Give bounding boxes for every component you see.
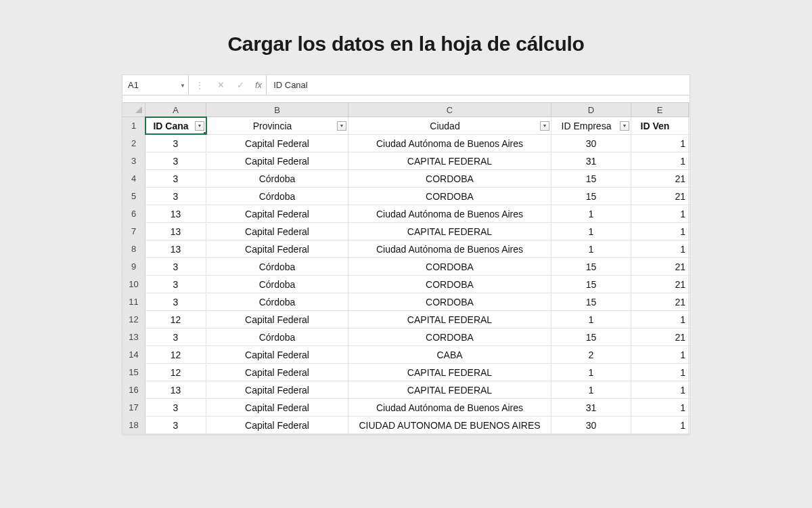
cell[interactable]: Córdoba xyxy=(206,170,348,187)
cell[interactable]: 21 xyxy=(631,188,689,205)
cell[interactable]: 3 xyxy=(145,135,206,152)
filter-button-C[interactable]: ▼ xyxy=(540,121,549,131)
cell[interactable]: 1 xyxy=(551,311,631,328)
cell[interactable]: CORDOBA xyxy=(348,258,551,275)
cell[interactable]: 1 xyxy=(631,135,689,152)
cell[interactable]: CAPITAL FEDERAL xyxy=(348,311,551,328)
cell[interactable]: 1 xyxy=(631,346,689,363)
cell[interactable]: 21 xyxy=(631,258,689,275)
cell[interactable]: 31 xyxy=(551,152,631,169)
filter-button-B[interactable]: ▼ xyxy=(337,121,346,131)
cell[interactable]: 13 xyxy=(145,205,206,222)
cell[interactable]: CORDOBA xyxy=(348,188,551,205)
cell[interactable]: 1 xyxy=(631,381,689,398)
row-header[interactable]: 7 xyxy=(122,223,145,240)
cell[interactable]: 1 xyxy=(551,205,631,222)
cell[interactable]: Córdoba xyxy=(206,258,348,275)
cell[interactable]: 15 xyxy=(551,188,631,205)
cell[interactable]: CABA xyxy=(348,346,551,363)
cell[interactable]: CORDOBA xyxy=(348,170,551,187)
cell-E1[interactable]: ID Ven xyxy=(631,117,689,134)
cell[interactable]: Capital Federal xyxy=(206,399,348,416)
cell[interactable]: 1 xyxy=(631,311,689,328)
cell[interactable]: 3 xyxy=(145,152,206,169)
cell[interactable]: 31 xyxy=(551,399,631,416)
cell[interactable]: 1 xyxy=(551,223,631,240)
cell[interactable]: Capital Federal xyxy=(206,240,348,257)
cell[interactable]: 15 xyxy=(551,329,631,345)
cell[interactable]: 21 xyxy=(631,276,689,293)
cell[interactable]: 12 xyxy=(145,346,206,363)
row-header[interactable]: 9 xyxy=(122,258,145,275)
cell[interactable]: Córdoba xyxy=(206,329,348,345)
cell[interactable]: 1 xyxy=(631,152,689,169)
column-header-C[interactable]: C xyxy=(348,103,551,117)
drag-handle-icon[interactable]: ⋮ xyxy=(193,81,206,90)
row-header[interactable]: 4 xyxy=(122,170,145,187)
cell[interactable]: 1 xyxy=(631,364,689,381)
cell[interactable]: 3 xyxy=(145,276,206,293)
row-header[interactable]: 12 xyxy=(122,311,145,328)
cell[interactable]: 3 xyxy=(145,417,206,433)
cell[interactable]: CORDOBA xyxy=(348,329,551,345)
cell[interactable]: 1 xyxy=(631,417,689,433)
cell[interactable]: CAPITAL FEDERAL xyxy=(348,152,551,169)
row-header[interactable]: 6 xyxy=(122,205,145,222)
cell[interactable]: 21 xyxy=(631,329,689,345)
insert-function-button[interactable]: fx xyxy=(255,80,262,90)
filter-button-A[interactable]: ▼ xyxy=(195,121,204,131)
cell[interactable]: Capital Federal xyxy=(206,223,348,240)
cell[interactable]: Capital Federal xyxy=(206,152,348,169)
cell[interactable]: Capital Federal xyxy=(206,311,348,328)
cell[interactable]: 3 xyxy=(145,293,206,310)
chevron-down-icon[interactable]: ▼ xyxy=(180,82,185,88)
cell-D1[interactable]: ID Empresa ▼ xyxy=(551,117,631,134)
cell[interactable]: Córdoba xyxy=(206,188,348,205)
cell-B1[interactable]: Provincia ▼ xyxy=(206,117,348,134)
cancel-formula-button[interactable]: ✕ xyxy=(216,80,226,90)
cell[interactable]: 1 xyxy=(631,223,689,240)
cell[interactable]: 15 xyxy=(551,276,631,293)
row-header[interactable]: 3 xyxy=(122,152,145,169)
cell[interactable]: 13 xyxy=(145,381,206,398)
cell[interactable]: 1 xyxy=(551,240,631,257)
cell[interactable]: Ciudad Autónoma de Buenos Aires xyxy=(348,135,551,152)
cell[interactable]: 15 xyxy=(551,258,631,275)
cell[interactable]: Córdoba xyxy=(206,276,348,293)
row-header[interactable]: 5 xyxy=(122,188,145,205)
select-all-corner[interactable] xyxy=(122,103,145,117)
cell[interactable]: 21 xyxy=(631,170,689,187)
column-header-E[interactable]: E xyxy=(631,103,689,117)
filter-button-D[interactable]: ▼ xyxy=(620,121,629,131)
cell[interactable]: Ciudad Autónoma de Buenos Aires xyxy=(348,240,551,257)
cell[interactable]: 13 xyxy=(145,223,206,240)
cell[interactable]: 3 xyxy=(145,399,206,416)
confirm-formula-button[interactable]: ✓ xyxy=(235,80,246,90)
cell[interactable]: 1 xyxy=(551,364,631,381)
cell[interactable]: 3 xyxy=(145,170,206,187)
cell[interactable]: 1 xyxy=(631,240,689,257)
cell-A1[interactable]: ID Cana ▼ xyxy=(145,117,206,134)
cell[interactable]: 12 xyxy=(145,364,206,381)
row-header[interactable]: 8 xyxy=(122,240,145,257)
cell[interactable]: 12 xyxy=(145,311,206,328)
cell[interactable]: Capital Federal xyxy=(206,135,348,152)
cell[interactable]: 1 xyxy=(551,381,631,398)
row-header[interactable]: 2 xyxy=(122,135,145,152)
cell[interactable]: 1 xyxy=(631,205,689,222)
formula-input[interactable]: ID Canal xyxy=(267,75,690,95)
cell[interactable]: 3 xyxy=(145,329,206,345)
row-header[interactable]: 13 xyxy=(122,329,145,345)
cell[interactable]: 1 xyxy=(631,399,689,416)
cell[interactable]: 15 xyxy=(551,293,631,310)
cell[interactable]: 30 xyxy=(551,417,631,433)
cell[interactable]: Capital Federal xyxy=(206,381,348,398)
column-header-B[interactable]: B xyxy=(206,103,348,117)
cell[interactable]: 21 xyxy=(631,293,689,310)
row-header[interactable]: 16 xyxy=(122,381,145,398)
cell[interactable]: Capital Federal xyxy=(206,417,348,433)
column-header-A[interactable]: A xyxy=(145,103,206,117)
cell[interactable]: 3 xyxy=(145,188,206,205)
row-header[interactable]: 18 xyxy=(122,417,145,433)
name-box[interactable]: A1 ▼ xyxy=(122,75,189,95)
